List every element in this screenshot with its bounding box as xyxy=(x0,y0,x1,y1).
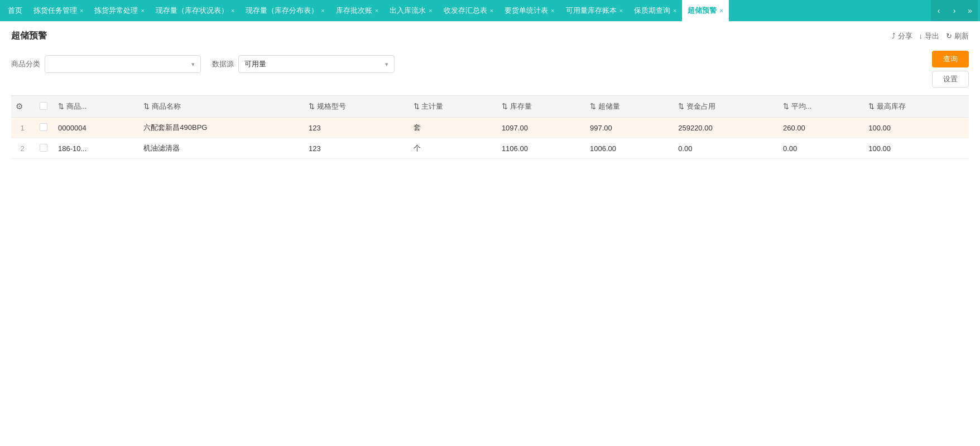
sort-icon-5[interactable]: ⇅ xyxy=(502,102,508,110)
row-max-stock: 100.00 xyxy=(864,138,969,159)
nav-available-account[interactable]: 可用量库存账本 × xyxy=(560,0,628,21)
table-row: 1 0000004 六配套新昌490BPG 123 套 1097.00 997.… xyxy=(11,118,969,138)
nav-inventory-dist[interactable]: 现存量（库存分布表） × xyxy=(240,0,330,21)
th-spec: ⇅ 规格型号 xyxy=(304,96,409,118)
row-product-name: 机油滤清器 xyxy=(139,138,304,159)
sort-icon-9[interactable]: ⇅ xyxy=(868,102,875,110)
export-label: 导出 xyxy=(925,31,939,41)
chevron-down-icon: ▾ xyxy=(191,61,195,68)
header-actions: ⤴ 分享 ↓ 导出 ↻ 刷新 xyxy=(892,31,969,41)
th-product-name-label: 商品名称 xyxy=(152,102,181,110)
row-checkbox[interactable] xyxy=(40,144,47,152)
nav-inventory-dist-close[interactable]: × xyxy=(321,7,324,14)
nav-expiry[interactable]: 保质期查询 × xyxy=(628,0,682,21)
row-avg: 0.00 xyxy=(779,138,864,159)
nav-overstock-label: 超储预警 xyxy=(688,6,717,16)
refresh-label: 刷新 xyxy=(954,31,969,41)
data-table: ⚙ ⇅ 商品... ⇅ 商品名称 ⇅ 规格型号 ⇅ xyxy=(11,95,969,159)
nav-pick-exception[interactable]: 拣货异常处理 × xyxy=(89,0,150,21)
nav-inventory-status-label: 现存量（库存状况表） xyxy=(156,6,228,16)
row-product-code: 0000004 xyxy=(54,118,139,138)
table-header-row: ⚙ ⇅ 商品... ⇅ 商品名称 ⇅ 规格型号 ⇅ xyxy=(11,96,969,118)
row-spec: 123 xyxy=(304,118,409,138)
refresh-button[interactable]: ↻ 刷新 xyxy=(946,31,969,41)
th-max-stock-label: 最高库存 xyxy=(877,102,906,110)
row-capital-use: 259220.00 xyxy=(674,118,779,138)
th-max-stock: ⇅ 最高库存 xyxy=(864,96,969,118)
nav-home-label: 首页 xyxy=(8,6,22,16)
export-button[interactable]: ↓ 导出 xyxy=(919,31,940,41)
nav-expiry-close[interactable]: × xyxy=(673,7,676,14)
sort-icon-8[interactable]: ⇅ xyxy=(783,102,789,110)
nav-pick-task-close[interactable]: × xyxy=(80,7,83,14)
datasource-select[interactable]: 可用量 ▾ xyxy=(238,55,395,73)
row-product-name: 六配套新昌490BPG xyxy=(139,118,304,138)
nav-order-stats[interactable]: 要货单统计表 × xyxy=(499,0,560,21)
nav-inventory-status-close[interactable]: × xyxy=(231,7,234,14)
sort-icon-3[interactable]: ⇅ xyxy=(309,102,315,110)
nav-inventory-status[interactable]: 现存量（库存状况表） × xyxy=(150,0,240,21)
top-nav: 首页 拣货任务管理 × 拣货异常处理 × 现存量（库存状况表） × 现存量（库存… xyxy=(0,0,980,21)
row-stock: 1106.00 xyxy=(497,138,585,159)
nav-pick-task[interactable]: 拣货任务管理 × xyxy=(28,0,89,21)
gear-icon[interactable]: ⚙ xyxy=(16,101,23,111)
th-product-code: ⇅ 商品... xyxy=(54,96,139,118)
nav-inout-flow-label: 出入库流水 xyxy=(390,6,426,16)
nav-inout-flow[interactable]: 出入库流水 × xyxy=(384,0,438,21)
sort-icon-7[interactable]: ⇅ xyxy=(678,102,684,110)
nav-batch-account[interactable]: 库存批次账 × xyxy=(330,0,384,21)
row-over-stock: 997.00 xyxy=(585,118,674,138)
row-checkbox[interactable] xyxy=(40,123,47,131)
nav-recv-summary[interactable]: 收发存汇总表 × xyxy=(438,0,499,21)
refresh-icon: ↻ xyxy=(946,32,952,40)
nav-available-account-close[interactable]: × xyxy=(619,7,623,14)
nav-batch-account-close[interactable]: × xyxy=(375,7,378,14)
category-select[interactable]: ▾ xyxy=(45,55,201,73)
nav-pick-exception-label: 拣货异常处理 xyxy=(94,6,138,16)
th-capital-use-label: 资金占用 xyxy=(686,102,715,110)
nav-available-account-label: 可用量库存账本 xyxy=(566,6,617,16)
header-checkbox[interactable] xyxy=(40,102,47,110)
nav-order-stats-label: 要货单统计表 xyxy=(505,6,548,16)
nav-batch-account-label: 库存批次账 xyxy=(336,6,372,16)
th-checkbox xyxy=(33,96,54,118)
category-filter: 商品分类 ▾ xyxy=(11,55,201,73)
row-checkbox-cell xyxy=(33,118,54,138)
sort-icon-2[interactable]: ⇅ xyxy=(143,102,150,110)
th-spec-label: 规格型号 xyxy=(317,102,346,110)
nav-inout-flow-close[interactable]: × xyxy=(429,7,432,14)
query-button[interactable]: 查询 xyxy=(932,51,969,67)
nav-overstock[interactable]: 超储预警 × xyxy=(682,0,728,21)
th-unit-label: 主计量 xyxy=(421,102,443,110)
nav-recv-summary-close[interactable]: × xyxy=(490,7,493,14)
row-over-stock: 1006.00 xyxy=(585,138,674,159)
sort-icon-6[interactable]: ⇅ xyxy=(590,102,596,110)
row-unit: 个 xyxy=(409,138,497,159)
nav-next-btn[interactable]: › xyxy=(947,0,962,21)
row-spec: 123 xyxy=(304,138,409,159)
row-avg: 260.00 xyxy=(779,118,864,138)
nav-expiry-label: 保质期查询 xyxy=(634,6,670,16)
nav-overstock-close[interactable]: × xyxy=(719,7,723,14)
nav-order-stats-close[interactable]: × xyxy=(551,7,554,14)
th-avg-label: 平均... xyxy=(791,102,812,110)
th-avg: ⇅ 平均... xyxy=(779,96,864,118)
datasource-filter: 数据源 可用量 ▾ xyxy=(212,55,395,73)
nav-prev-btn[interactable]: ‹ xyxy=(931,0,947,21)
nav-arrows: ‹ › » xyxy=(931,0,978,21)
nav-home[interactable]: 首页 xyxy=(2,0,28,21)
table-row: 2 186-10... 机油滤清器 123 个 1106.00 1006.00 … xyxy=(11,138,969,159)
share-button[interactable]: ⤴ 分享 xyxy=(892,31,912,41)
filter-buttons: 查询 设置 xyxy=(932,51,969,88)
sort-icon-4[interactable]: ⇅ xyxy=(414,102,420,110)
th-product-name: ⇅ 商品名称 xyxy=(139,96,304,118)
settings-button[interactable]: 设置 xyxy=(932,71,969,88)
sort-icon[interactable]: ⇅ xyxy=(58,102,64,110)
share-label: 分享 xyxy=(898,31,912,41)
export-icon: ↓ xyxy=(919,32,923,40)
th-unit: ⇅ 主计量 xyxy=(409,96,497,118)
th-capital-use: ⇅ 资金占用 xyxy=(674,96,779,118)
th-product-code-label: 商品... xyxy=(66,102,87,110)
nav-pick-exception-close[interactable]: × xyxy=(141,7,144,14)
nav-more-btn[interactable]: » xyxy=(962,0,978,21)
